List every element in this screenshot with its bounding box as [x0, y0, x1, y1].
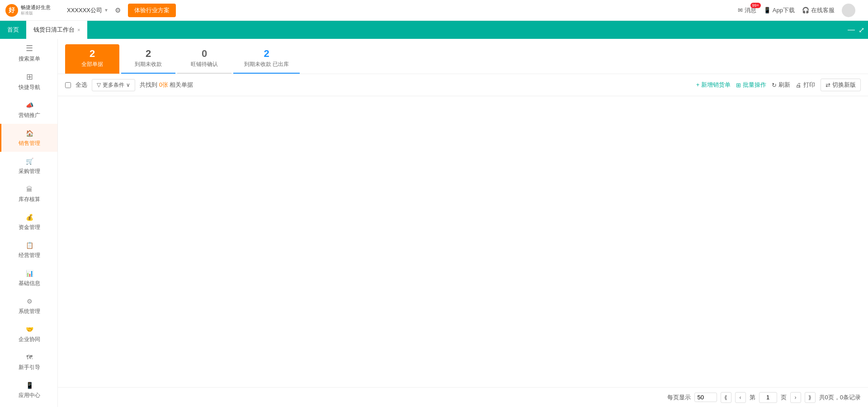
filter-chevron-icon: ∨: [126, 82, 130, 88]
stat-num-all: 2: [90, 48, 95, 60]
system-icon: [27, 296, 33, 306]
online-service-button[interactable]: 🎧 在线客服: [802, 6, 835, 14]
phone-icon: 📱: [764, 7, 771, 14]
company-selector[interactable]: XXXXXX公司 ▼: [67, 6, 108, 14]
filter-label: 更多条件: [103, 81, 124, 89]
sidebar-item-wechat[interactable]: 企业微信: [0, 404, 57, 407]
coop-icon: [26, 324, 33, 334]
stat-label-wangpu: 旺铺待确认: [191, 61, 218, 68]
sidebar-label-finance: 资金管理: [19, 224, 40, 231]
sidebar-item-purchase[interactable]: 采购管理: [0, 152, 57, 180]
filter-icon: ▽: [97, 82, 101, 88]
sidebar-item-inventory[interactable]: 库存核算: [0, 180, 57, 208]
headset-icon: 🎧: [802, 7, 809, 14]
avatar[interactable]: [842, 4, 855, 17]
table-area: [58, 96, 868, 387]
tab-active[interactable]: 钱货日清工作台 ×: [26, 21, 87, 39]
sidebar-label-sales: 销售管理: [19, 140, 40, 147]
logo-icon: 好: [5, 4, 18, 17]
sidebar-item-marketing[interactable]: 营销推广: [0, 96, 57, 124]
stat-num-overdue: 2: [146, 48, 151, 60]
header-right: ✉ 消息 99+ 📱 App下载 🎧 在线客服: [738, 4, 863, 17]
app-center-icon: [26, 380, 33, 390]
sidebar-label-marketing: 营销推广: [19, 112, 40, 119]
batch-icon: ⊞: [736, 82, 741, 89]
search-menu-icon: [26, 43, 33, 53]
sidebar-item-base-info[interactable]: 基础信息: [0, 264, 57, 292]
page-number-input[interactable]: 1: [759, 392, 777, 403]
sidebar-item-coop[interactable]: 企业协同: [0, 320, 57, 348]
settings-icon[interactable]: ⚙: [112, 5, 123, 16]
app-name: 畅捷通好生意: [21, 4, 51, 10]
sidebar-label-search-menu: 搜索菜单: [19, 55, 40, 63]
switch-version-button[interactable]: ⇄ 切换新版: [821, 79, 861, 91]
select-all-label: 全选: [75, 81, 87, 89]
switch-label: 切换新版: [832, 81, 856, 89]
sidebar-item-finance[interactable]: 资金管理: [0, 208, 57, 236]
app-download-button[interactable]: 📱 App下载: [764, 6, 795, 14]
tab-bar-actions: — ⤢: [848, 26, 868, 34]
finance-icon: [26, 212, 33, 222]
sidebar-item-app-center[interactable]: 应用中心: [0, 376, 57, 404]
trial-button[interactable]: 体验行业方案: [128, 4, 176, 17]
content-area: 2 全部单据 2 到期未收款 0 旺铺待确认 2 到期未收款 已出库 全选 ▽ …: [58, 39, 868, 407]
stat-tab-overdue[interactable]: 2 到期未收款: [121, 44, 175, 74]
inventory-icon: [26, 184, 33, 194]
message-badge: 99+: [750, 3, 761, 8]
tab-active-label: 钱货日清工作台: [33, 26, 75, 34]
sidebar-label-guide: 新手引导: [19, 364, 40, 371]
page-suffix-label: 页: [781, 393, 787, 402]
page-first-button[interactable]: ⟪: [721, 392, 731, 403]
main-layout: 搜索菜单 快捷导航 营销推广 销售管理 采购管理 库存核算 资金管理 经营管理: [0, 39, 868, 407]
select-all-checkbox[interactable]: [65, 82, 71, 88]
sidebar-item-operation[interactable]: 经营管理: [0, 236, 57, 264]
tab-minimize-icon[interactable]: —: [848, 26, 855, 34]
logo-area: 好 畅捷通好生意 标准版: [5, 4, 63, 17]
sidebar-item-search-menu[interactable]: 搜索菜单: [0, 39, 57, 67]
message-icon: ✉: [738, 7, 743, 14]
more-filter-button[interactable]: ▽ 更多条件 ∨: [92, 79, 135, 91]
company-name: XXXXXX公司: [67, 6, 102, 14]
app-download-label: App下载: [773, 6, 795, 14]
chevron-down-icon: ▼: [104, 8, 108, 13]
page-next-button[interactable]: ›: [790, 392, 801, 403]
stat-label-all: 全部单据: [81, 61, 103, 68]
sidebar: 搜索菜单 快捷导航 营销推广 销售管理 采购管理 库存核算 资金管理 经营管理: [0, 39, 58, 407]
stat-tab-shipped[interactable]: 2 到期未收款 已出库: [233, 44, 300, 74]
print-icon: 🖨: [796, 82, 802, 89]
quick-nav-icon: [26, 72, 33, 82]
page-prev-button[interactable]: ‹: [735, 392, 746, 403]
per-page-select[interactable]: 50 100 200: [694, 393, 717, 402]
sidebar-label-quick-nav: 快捷导航: [19, 84, 40, 91]
batch-operation-button[interactable]: ⊞ 批量操作: [736, 81, 766, 89]
stat-tab-all[interactable]: 2 全部单据: [65, 44, 119, 74]
message-button[interactable]: ✉ 消息 99+: [738, 6, 756, 14]
switch-icon: ⇄: [826, 82, 830, 89]
sidebar-label-base-info: 基础信息: [19, 280, 40, 287]
tab-maximize-icon[interactable]: ⤢: [859, 26, 864, 34]
sidebar-item-system[interactable]: 系统管理: [0, 292, 57, 320]
tab-close-icon[interactable]: ×: [77, 27, 80, 33]
add-sales-order-button[interactable]: + 新增销货单: [696, 81, 731, 89]
refresh-label: 刷新: [778, 81, 790, 89]
tab-home[interactable]: 首页: [0, 21, 26, 39]
stat-num-shipped: 2: [264, 48, 269, 60]
sidebar-label-operation: 经营管理: [19, 252, 40, 259]
batch-label: 批量操作: [743, 81, 766, 89]
base-info-icon: [26, 268, 33, 278]
refresh-button[interactable]: ↻ 刷新: [772, 81, 790, 89]
sidebar-item-quick-nav[interactable]: 快捷导航: [0, 67, 57, 96]
print-button[interactable]: 🖨 打印: [796, 81, 815, 89]
stat-tab-wangpu[interactable]: 0 旺铺待确认: [177, 44, 231, 74]
sidebar-item-sales[interactable]: 销售管理: [0, 124, 57, 152]
stats-tabs: 2 全部单据 2 到期未收款 0 旺铺待确认 2 到期未收款 已出库: [58, 39, 868, 74]
found-text: 共找到 0张 相关单据: [140, 81, 193, 89]
top-header: 好 畅捷通好生意 标准版 XXXXXX公司 ▼ ⚙ 体验行业方案 ✉ 消息 99…: [0, 0, 868, 21]
app-badge: 标准版: [21, 10, 51, 16]
logo-text-wrap: 畅捷通好生意 标准版: [21, 4, 51, 16]
sidebar-item-guide[interactable]: 新手引导: [0, 348, 57, 376]
page-last-button[interactable]: ⟫: [805, 392, 816, 403]
tab-bar: 首页 钱货日清工作台 × — ⤢: [0, 21, 868, 39]
sales-icon: [26, 128, 33, 138]
per-page-label: 每页显示: [667, 393, 691, 402]
